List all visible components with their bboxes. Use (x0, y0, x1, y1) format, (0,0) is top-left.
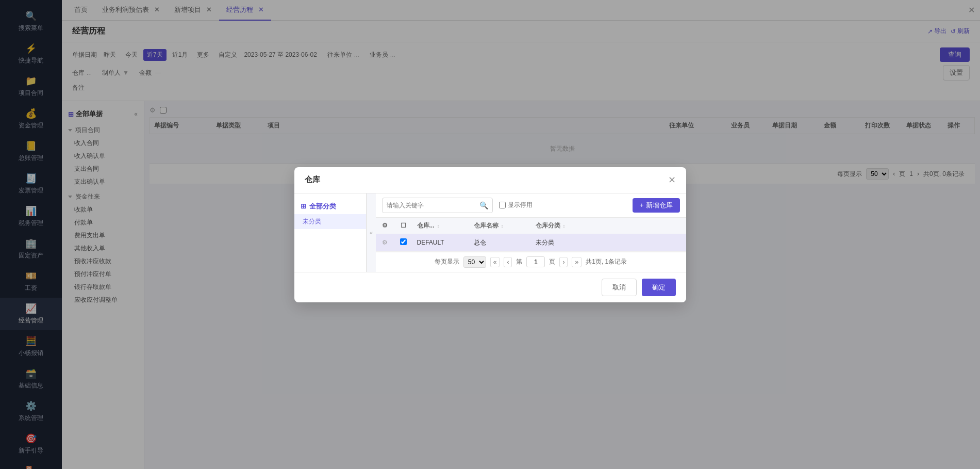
modal-table-footer: 每页显示 50 « ‹ 第 页 › » 共1页, 1条记录 (376, 252, 686, 272)
modal-table-header: ⚙ ☐ 仓库... ↕ 仓库名称 ↕ 仓库分类 ↕ (376, 218, 686, 234)
modal-search-button[interactable]: 🔍 (475, 201, 492, 209)
modal-table: ⚙ ☐ 仓库... ↕ 仓库名称 ↕ 仓库分类 ↕ (376, 218, 686, 252)
modal-header: 仓库 ✕ (294, 167, 686, 193)
plus-icon: + (640, 201, 644, 209)
row-name: 总仓 (470, 238, 531, 247)
table-row[interactable]: ⚙ DEFAULT 总仓 未分类 (376, 234, 686, 252)
modal-prev-page[interactable]: ‹ (504, 257, 512, 267)
modal-close-icon[interactable]: ✕ (668, 174, 676, 186)
row-code: DEFAULT (413, 239, 470, 246)
modal-footer: 取消 确定 (294, 272, 686, 302)
header-check: ☐ (394, 222, 413, 229)
modal-right-panel: 🔍 显示停用 + 新增仓库 ⚙ (376, 193, 686, 272)
row-gear: ⚙ (376, 239, 394, 246)
modal-overlay: 仓库 ✕ ⊞ 全部分类 未分类 « 🔍 (0, 0, 980, 469)
sort-icon-name: ↕ (501, 223, 504, 229)
modal-total-text: 共1页, 1条记录 (586, 257, 627, 266)
modal-left-all[interactable]: ⊞ 全部分类 (294, 199, 366, 214)
header-name: 仓库名称 ↕ (470, 221, 531, 230)
modal-collapse-btn[interactable]: « (367, 193, 376, 272)
modal-left-panel: ⊞ 全部分类 未分类 (294, 193, 367, 272)
grid-icon-modal: ⊞ (301, 202, 306, 210)
modal-per-page-select[interactable]: 50 (463, 256, 486, 268)
modal-all-label: 全部分类 (309, 202, 336, 211)
show-disabled-checkbox[interactable] (499, 202, 506, 208)
modal-next-page[interactable]: › (559, 257, 568, 267)
sort-icon-code: ↕ (437, 223, 440, 229)
modal-page-label: 第 (516, 257, 522, 266)
cancel-button[interactable]: 取消 (602, 279, 637, 296)
modal-per-page-label: 每页显示 (435, 257, 459, 266)
show-disabled-label: 显示停用 (508, 201, 533, 209)
modal-body: ⊞ 全部分类 未分类 « 🔍 显示停用 (294, 193, 686, 272)
row-category: 未分类 (531, 238, 686, 247)
confirm-button[interactable]: 确定 (642, 279, 676, 296)
modal-toolbar-left: 🔍 显示停用 (382, 198, 533, 213)
sort-icon-category: ↕ (563, 223, 566, 229)
warehouse-modal: 仓库 ✕ ⊞ 全部分类 未分类 « 🔍 (294, 167, 686, 302)
modal-left-uncategorized[interactable]: 未分类 (294, 214, 366, 229)
modal-search-input[interactable] (383, 202, 475, 209)
modal-toolbar: 🔍 显示停用 + 新增仓库 (376, 193, 686, 218)
header-code: 仓库... ↕ (413, 221, 470, 230)
modal-search-box: 🔍 (382, 198, 493, 213)
add-warehouse-button[interactable]: + 新增仓库 (633, 198, 680, 213)
modal-last-page[interactable]: » (572, 257, 582, 267)
row-check[interactable] (394, 238, 413, 247)
row-checkbox[interactable] (400, 238, 407, 245)
modal-first-page[interactable]: « (490, 257, 500, 267)
show-disabled-checkbox-label[interactable]: 显示停用 (499, 201, 533, 209)
modal-page-suffix: 页 (549, 257, 555, 266)
modal-title: 仓库 (305, 175, 320, 185)
modal-page-input[interactable] (526, 256, 545, 267)
header-category: 仓库分类 ↕ (531, 221, 686, 230)
header-gear: ⚙ (376, 222, 394, 229)
